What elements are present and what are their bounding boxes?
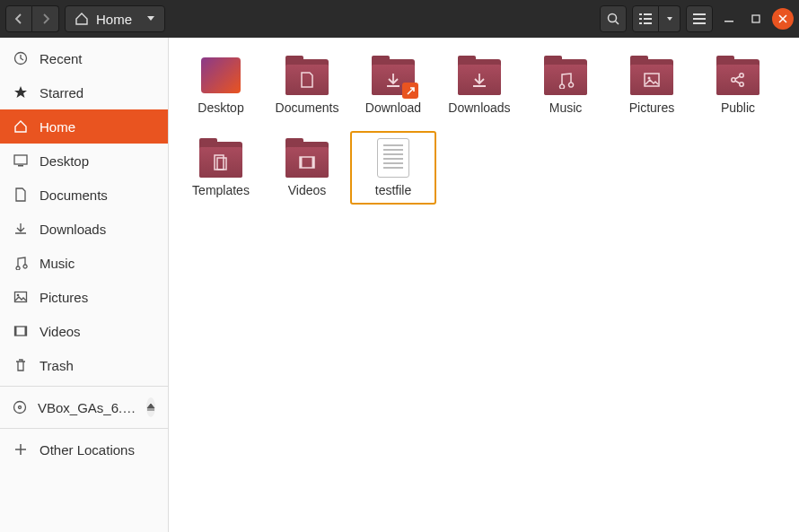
music-icon <box>13 256 29 270</box>
close-icon <box>778 14 787 23</box>
document-icon <box>13 188 29 202</box>
nav-back-button[interactable] <box>5 5 32 32</box>
sidebar-item-label: Music <box>40 256 75 271</box>
sidebar-item-home[interactable]: Home <box>0 109 168 144</box>
folder-icon <box>198 136 244 179</box>
svg-rect-14 <box>14 155 27 164</box>
file-item[interactable]: Desktop <box>178 48 264 122</box>
svg-rect-16 <box>15 292 27 302</box>
file-label: Desktop <box>198 100 243 115</box>
file-item[interactable]: Documents <box>264 48 350 122</box>
svg-rect-10 <box>693 22 706 24</box>
file-item[interactable]: Templates <box>178 131 264 205</box>
chevron-down-icon <box>666 16 673 22</box>
file-label: testfile <box>375 183 411 197</box>
sidebar-item-documents[interactable]: Documents <box>0 178 168 212</box>
sidebar-item-label: Desktop <box>40 153 89 169</box>
svg-rect-19 <box>15 327 17 336</box>
svg-line-1 <box>616 22 619 25</box>
chevron-left-icon <box>14 13 23 24</box>
view-list-button[interactable] <box>632 5 659 32</box>
svg-rect-11 <box>724 21 733 22</box>
svg-rect-8 <box>693 13 706 15</box>
desktop-icon <box>13 153 29 168</box>
file-grid-area: DesktopDocumentsDownloadDownloadsMusicPi… <box>169 38 799 532</box>
hamburger-menu-button[interactable] <box>686 5 713 32</box>
eject-button[interactable] <box>146 397 155 417</box>
trash-icon <box>13 358 29 372</box>
plus-icon <box>13 442 29 457</box>
hamburger-icon <box>693 13 706 24</box>
sidebar-item-label: Other Locations <box>40 442 135 458</box>
sidebar-item-label: Trash <box>40 358 74 373</box>
file-label: Documents <box>276 100 339 115</box>
svg-point-22 <box>19 406 22 409</box>
titlebar: Home <box>0 0 799 38</box>
sidebar-item-label: VBox_GAs_6.… <box>38 400 136 415</box>
svg-point-25 <box>732 78 735 82</box>
folder-icon <box>628 54 675 97</box>
svg-point-21 <box>14 402 26 414</box>
svg-point-26 <box>740 74 743 77</box>
list-icon <box>639 13 652 24</box>
view-dropdown-button[interactable] <box>659 5 680 32</box>
sidebar-item-downloads[interactable]: Downloads <box>0 212 168 246</box>
path-label: Home <box>96 12 132 27</box>
file-label: Download <box>365 100 421 115</box>
file-item[interactable]: Downloads <box>436 48 522 122</box>
search-button[interactable] <box>600 5 627 32</box>
sidebar-item-videos[interactable]: Videos <box>0 314 168 348</box>
file-item[interactable]: testfile <box>350 131 436 205</box>
home-icon <box>75 12 89 26</box>
sidebar-item-pictures[interactable]: Pictures <box>0 280 168 314</box>
sidebar-item-label: Recent <box>40 51 83 66</box>
nav-forward-button[interactable] <box>32 5 59 32</box>
sidebar-item-label: Starred <box>40 85 83 100</box>
sidebar-item-desktop[interactable]: Desktop <box>0 144 168 178</box>
folder-icon <box>715 54 761 97</box>
window-close-button[interactable] <box>772 8 794 30</box>
svg-rect-7 <box>644 22 652 24</box>
svg-rect-23 <box>645 74 659 86</box>
svg-rect-2 <box>639 13 642 15</box>
sidebar: Recent Starred Home Desktop Documents Do… <box>0 38 169 532</box>
sidebar-item-other-locations[interactable]: Other Locations <box>0 432 168 467</box>
sidebar-item-starred[interactable]: Starred <box>0 75 168 109</box>
file-item[interactable]: Pictures <box>609 48 695 122</box>
sidebar-item-mount[interactable]: VBox_GAs_6.… <box>0 390 168 424</box>
sidebar-item-recent[interactable]: Recent <box>0 41 168 75</box>
shortcut-badge-icon <box>402 83 418 99</box>
file-item[interactable]: Public <box>695 48 781 122</box>
eject-icon <box>146 403 155 412</box>
search-icon <box>607 13 619 25</box>
download-icon <box>13 222 29 236</box>
sidebar-item-label: Home <box>40 119 75 135</box>
chevron-right-icon <box>41 13 50 24</box>
svg-rect-32 <box>312 157 315 168</box>
file-label: Music <box>549 100 583 115</box>
file-item[interactable]: Music <box>522 48 609 122</box>
folder-icon <box>456 54 503 97</box>
file-label: Pictures <box>629 100 675 115</box>
picture-icon <box>13 290 29 304</box>
file-item[interactable]: Download <box>350 48 436 122</box>
path-dropdown-icon <box>146 15 155 22</box>
svg-point-0 <box>609 14 617 22</box>
path-bar[interactable]: Home <box>65 5 165 32</box>
sidebar-item-trash[interactable]: Trash <box>0 348 168 382</box>
sidebar-item-music[interactable]: Music <box>0 246 168 280</box>
minimize-icon <box>724 14 733 23</box>
video-icon <box>13 324 29 338</box>
svg-rect-31 <box>300 157 303 168</box>
folder-icon <box>542 54 589 97</box>
sidebar-item-label: Downloads <box>40 222 106 237</box>
textfile-icon <box>370 136 417 179</box>
home-icon <box>13 119 29 134</box>
sidebar-item-label: Videos <box>40 324 81 339</box>
sidebar-item-label: Documents <box>40 188 108 203</box>
svg-point-27 <box>740 83 743 86</box>
window-maximize-button[interactable] <box>745 8 767 30</box>
svg-rect-3 <box>644 13 652 15</box>
file-item[interactable]: Videos <box>264 131 350 205</box>
window-minimize-button[interactable] <box>718 8 740 30</box>
